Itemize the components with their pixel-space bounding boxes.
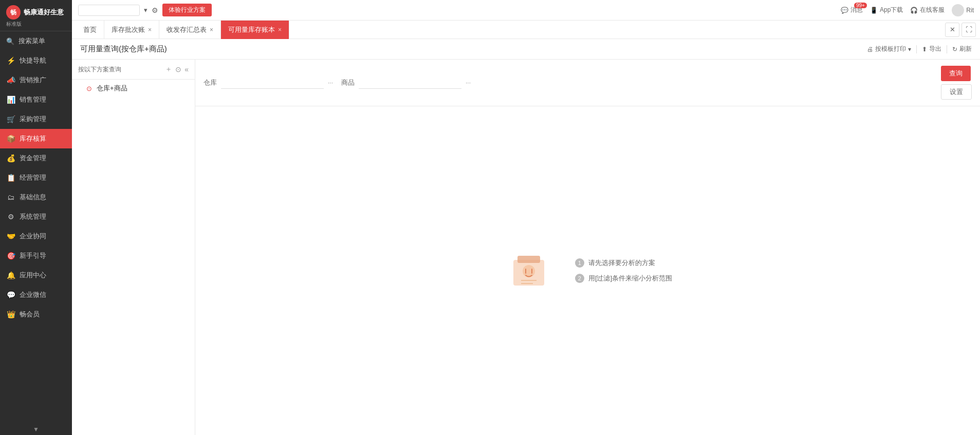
sidebar-item-label: 资金管理 (20, 154, 46, 163)
sidebar-item-label: 新手引导 (20, 251, 46, 260)
main-content: ▾ ⚙ 体验行业方案 💬 消息 99+ 📱 App下载 🎧 在线客服 Rit (72, 0, 980, 435)
warehouse-input[interactable] (221, 77, 324, 89)
product-field: 商品 ··· (341, 77, 471, 89)
tab-available[interactable]: 可用量库存账本 × (221, 21, 289, 39)
purchase-icon: 🛒 (6, 115, 15, 124)
phone-icon: 📱 (870, 7, 878, 14)
tab-summary-close[interactable]: × (210, 26, 213, 33)
product-input[interactable] (359, 77, 461, 89)
export-btn[interactable]: ⬆ 导出 (922, 45, 941, 53)
sidebar-item-marketing[interactable]: 📣 营销推广 (0, 70, 72, 90)
message-icon: 💬 (841, 7, 848, 14)
system-icon: ⚙ (6, 212, 15, 221)
wechat-icon: 💬 (6, 290, 15, 299)
add-filter-btn[interactable]: ＋ (165, 65, 172, 74)
search-input[interactable] (78, 5, 140, 16)
sidebar-item-finance[interactable]: 💰 资金管理 (0, 148, 72, 168)
tab-batch-label: 库存批次账 (112, 25, 145, 34)
dropdown-icon[interactable]: ▾ (144, 6, 147, 14)
tab-available-label: 可用量库存账本 (228, 25, 275, 34)
sidebar-item-system[interactable]: ⚙ 系统管理 (0, 207, 72, 226)
sidebar-item-label: 应用中心 (20, 271, 46, 280)
tab-home[interactable]: 首页 (76, 21, 104, 39)
sidebar-item-wechat[interactable]: 💬 企业微信 (0, 285, 72, 305)
sidebar-item-label: 经营管理 (20, 173, 46, 182)
sidebar-item-apps[interactable]: 🔔 应用中心 (0, 266, 72, 285)
user-menu[interactable]: Rit (952, 4, 974, 16)
sidebar-item-member[interactable]: 👑 畅会员 (0, 305, 72, 324)
divider (916, 45, 917, 53)
warehouse-more-btn[interactable]: ··· (328, 79, 333, 86)
finance-icon: 💰 (6, 154, 15, 163)
print-label: 按模板打印 (875, 45, 906, 53)
search-menu[interactable]: 🔍 搜索菜单 (0, 31, 72, 51)
filter-item-label: 仓库+商品 (97, 84, 127, 93)
app-label: App下载 (880, 6, 903, 14)
export-icon: ⬆ (922, 46, 927, 53)
tab-summary-label: 收发存汇总表 (167, 25, 207, 34)
query-area: 仓库 ··· 商品 ··· 查询 设置 (195, 60, 980, 435)
tab-available-close[interactable]: × (278, 26, 282, 33)
fullscreen-btn[interactable]: ⛶ (961, 23, 976, 37)
sidebar-item-sales[interactable]: 📊 销售管理 (0, 90, 72, 109)
filter-title: 按以下方案查询 (78, 65, 121, 74)
enterprise-icon: 🤝 (6, 232, 15, 241)
sidebar-item-operation[interactable]: 📋 经营管理 (0, 168, 72, 187)
product-label: 商品 (341, 78, 355, 87)
user-name: Rit (966, 7, 974, 14)
refresh-label: 刷新 (959, 45, 972, 53)
sidebar-item-label: 销售管理 (20, 95, 46, 104)
apps-icon: 🔔 (6, 271, 15, 280)
settings-button[interactable]: 设置 (941, 84, 972, 100)
query-button[interactable]: 查询 (941, 66, 971, 81)
print-dropdown-icon: ▾ (908, 46, 911, 53)
tabs-bar: 首页 库存批次账 × 收发存汇总表 × 可用量库存账本 × ✕ ⛶ (72, 21, 980, 39)
product-more-btn[interactable]: ··· (466, 79, 471, 86)
close-tab-btn[interactable]: ✕ (945, 23, 959, 37)
sidebar-item-label: 采购管理 (20, 115, 46, 124)
sidebar-item-label: 快捷导航 (20, 56, 46, 65)
empty-tips: 1 请先选择要分析的方案 2 用[过滤]条件来缩小分析范围 (575, 258, 672, 283)
avatar (952, 4, 964, 16)
warehouse-label: 仓库 (204, 78, 217, 87)
tab-summary[interactable]: 收发存汇总表 × (159, 21, 221, 39)
member-icon: 👑 (6, 310, 15, 319)
marketing-icon: 📣 (6, 75, 15, 85)
message-btn[interactable]: 💬 消息 99+ (841, 6, 863, 14)
tab-batch-close[interactable]: × (148, 26, 152, 33)
filter-header: 按以下方案查询 ＋ ⊙ « (72, 60, 195, 80)
sidebar-item-inventory[interactable]: 📦 库存核算 (0, 129, 72, 148)
sidebar-item-purchase[interactable]: 🛒 采购管理 (0, 109, 72, 129)
app-download-btn[interactable]: 📱 App下载 (870, 6, 903, 14)
logo-text: 畅康通好生意 (24, 8, 64, 17)
content-area: 按以下方案查询 ＋ ⊙ « ⊙ 仓库+商品 仓库 ··· (72, 60, 980, 435)
guide-icon: 🎯 (6, 251, 15, 260)
service-btn[interactable]: 🎧 在线客服 (910, 6, 945, 14)
filter-item-icon: ⊙ (84, 84, 94, 93)
collapse-filter-btn[interactable]: « (184, 65, 189, 73)
headset-icon: 🎧 (910, 7, 918, 14)
sidebar-item-label: 库存核算 (20, 134, 46, 143)
sidebar: 畅 畅康通好生意 标准版 🔍 搜索菜单 ⚡ 快捷导航 📣 营销推广 📊 销售管理… (0, 0, 72, 435)
query-conditions: 仓库 ··· 商品 ··· 查询 设置 (195, 60, 980, 106)
sales-icon: 📊 (6, 95, 15, 104)
filter-item-warehouse-product[interactable]: ⊙ 仓库+商品 (72, 80, 195, 97)
sidebar-item-guide[interactable]: 🎯 新手引导 (0, 246, 72, 266)
svg-rect-1 (517, 256, 540, 263)
trial-btn[interactable]: 体验行业方案 (162, 4, 212, 16)
scroll-down-btn[interactable]: ▼ (0, 424, 72, 435)
tab-batch[interactable]: 库存批次账 × (104, 21, 159, 39)
chevron-down-icon: ▼ (33, 426, 39, 433)
sidebar-nav: ⚡ 快捷导航 📣 营销推广 📊 销售管理 🛒 采购管理 📦 库存核算 💰 资金管… (0, 51, 72, 424)
shortcut-icon: ⚡ (6, 56, 15, 65)
sidebar-item-enterprise[interactable]: 🤝 企业协同 (0, 226, 72, 246)
sidebar-item-shortcut[interactable]: ⚡ 快捷导航 (0, 51, 72, 70)
gear-icon[interactable]: ⚙ (152, 6, 158, 14)
sidebar-item-basic[interactable]: 🗂 基础信息 (0, 187, 72, 207)
search-icon: 🔍 (6, 37, 14, 45)
tip-text-2: 用[过滤]条件来缩小分析范围 (588, 274, 672, 283)
print-btn[interactable]: 🖨 按模板打印 ▾ (867, 45, 911, 53)
sidebar-header: 畅 畅康通好生意 标准版 (0, 0, 72, 31)
settings-filter-btn[interactable]: ⊙ (175, 65, 181, 73)
refresh-btn[interactable]: ↻ 刷新 (952, 45, 972, 53)
